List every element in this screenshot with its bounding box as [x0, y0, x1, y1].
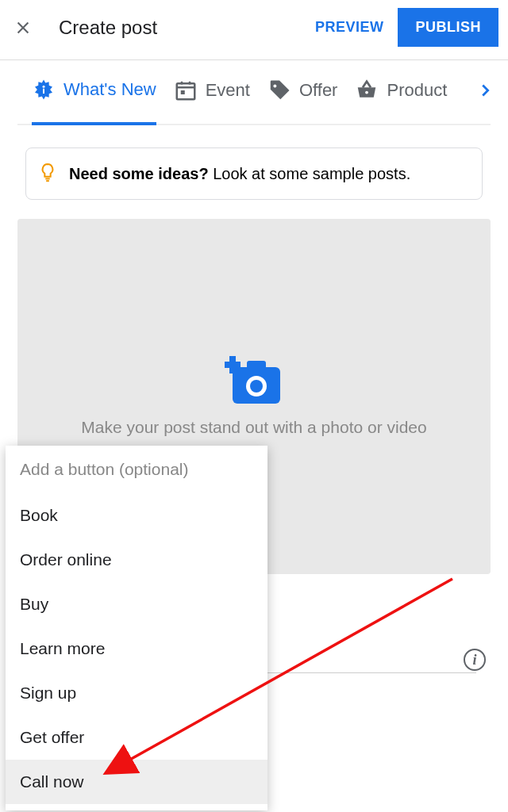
tab-offer[interactable]: Offer — [267, 79, 338, 123]
basket-icon — [355, 79, 379, 102]
ideas-hint[interactable]: Need some ideas? Look at some sample pos… — [25, 147, 483, 200]
svg-rect-6 — [180, 90, 184, 94]
dropdown-header: Add a button (optional) — [6, 452, 267, 493]
svg-rect-12 — [247, 361, 266, 370]
tag-icon — [267, 79, 291, 102]
add-button-dropdown: Add a button (optional) Book Order onlin… — [6, 446, 267, 810]
dropdown-option-call-now[interactable]: Call now — [6, 760, 267, 804]
close-icon[interactable] — [14, 19, 32, 36]
dropdown-option-sign-up[interactable]: Sign up — [6, 671, 267, 715]
tab-label: Product — [387, 80, 447, 101]
tab-label: What's New — [64, 79, 156, 100]
tab-label: Offer — [299, 80, 338, 101]
tab-label: Event — [206, 80, 250, 101]
svg-rect-1 — [43, 89, 44, 94]
dropdown-option-learn-more[interactable]: Learn more — [6, 626, 267, 671]
add-photo-icon — [225, 356, 283, 407]
svg-rect-16 — [225, 362, 241, 368]
dropdown-option-buy[interactable]: Buy — [6, 582, 267, 626]
publish-button[interactable]: PUBLISH — [398, 8, 498, 47]
calendar-icon — [174, 79, 198, 102]
tab-event[interactable]: Event — [174, 79, 250, 123]
dropdown-option-book[interactable]: Book — [6, 493, 267, 538]
tab-whats-new[interactable]: What's New — [32, 78, 156, 125]
info-icon[interactable]: i — [464, 649, 486, 671]
dropdown-option-order-online[interactable]: Order online — [6, 538, 267, 582]
page-title: Create post — [59, 17, 315, 39]
svg-rect-2 — [176, 83, 194, 99]
tab-product[interactable]: Product — [355, 79, 447, 123]
svg-point-7 — [273, 84, 276, 87]
media-caption: Make your post stand out with a photo or… — [65, 418, 442, 437]
post-type-tabs: What's New Event Offer Product — [0, 60, 508, 124]
burst-icon — [32, 78, 56, 102]
lightbulb-icon — [39, 163, 56, 185]
hint-text: Need some ideas? Look at some sample pos… — [69, 165, 410, 183]
preview-button[interactable]: PREVIEW — [315, 19, 384, 36]
svg-point-14 — [250, 380, 263, 393]
chevron-right-icon[interactable] — [476, 82, 494, 120]
svg-point-0 — [43, 86, 45, 88]
dropdown-option-get-offer[interactable]: Get offer — [6, 715, 267, 760]
svg-point-8 — [366, 91, 369, 94]
